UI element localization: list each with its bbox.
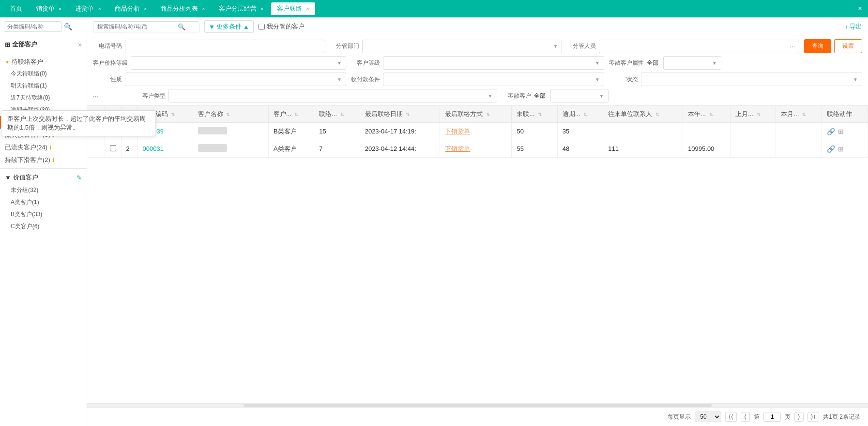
category-sort-icon: ⇅	[294, 112, 298, 117]
manager-dots-icon: ···	[790, 43, 795, 50]
row-last-method[interactable]: 下销货单	[440, 123, 512, 140]
sidebar-item-declining[interactable]: 持续下滑客户(2) ℹ	[0, 154, 87, 166]
row-last-date: 2023-04-12 14:44:	[360, 140, 440, 158]
sidebar-item-ungroup[interactable]: 未分组(32)	[0, 184, 87, 196]
sidebar-item-class-c[interactable]: C类客户(6)	[0, 220, 87, 233]
action-link-icon[interactable]: 🔗	[827, 145, 835, 153]
tab-sales-close[interactable]: ×	[59, 6, 61, 12]
row-category: B类客户	[268, 123, 314, 140]
nature-select[interactable]: ▼	[125, 73, 346, 86]
page-label: 第	[754, 413, 760, 421]
tab-analysis-list[interactable]: 商品分析列表 ×	[154, 2, 211, 15]
sidebar-group-value[interactable]: ▼ 价值客户 ✎	[0, 171, 87, 184]
row-checkbox-cell[interactable]	[105, 140, 121, 158]
tab-customer-contact[interactable]: 客户联络 ×	[271, 2, 315, 15]
row-uncontacted: 55	[512, 140, 557, 158]
col-last-month[interactable]: 上月... ⇅	[731, 106, 776, 123]
sidebar-item-tomorrow[interactable]: 明天待联络(1)	[0, 80, 87, 92]
close-all-button[interactable]: ×	[858, 4, 862, 13]
nature-label: 性质	[93, 75, 122, 84]
search-input[interactable]	[97, 23, 175, 30]
horizontal-scrollbar[interactable]	[87, 403, 868, 407]
export-button[interactable]: ↑ 导出	[845, 22, 863, 31]
my-customers-checkbox-area[interactable]: 我分管的客户	[259, 22, 305, 31]
tab-customer-segment[interactable]: 客户分层经营 ×	[213, 2, 269, 15]
tab-purchase-close[interactable]: ×	[98, 6, 101, 12]
tab-purchase[interactable]: 进货单 ×	[69, 2, 107, 15]
col-contact[interactable]: 联络... ⇅	[314, 106, 360, 123]
search-icon[interactable]: 🔍	[178, 23, 185, 30]
dept-select[interactable]: ▼	[362, 40, 563, 53]
tab-analysis[interactable]: 商品分析 ×	[109, 2, 152, 15]
per-page-select[interactable]: 50 20 100	[695, 411, 721, 422]
payment-select[interactable]: ▼	[383, 73, 604, 86]
row-overdue: 35	[557, 123, 603, 140]
pagination: 每页显示 50 20 100 ⟨⟨ ⟨ 第 页 ⟩ ⟩⟩ 共1页 2条记录	[87, 407, 868, 426]
customer-level-select[interactable]: ▼	[383, 56, 604, 70]
row-last-date: 2023-04-17 14:19:	[360, 123, 440, 140]
page-number-input[interactable]	[763, 412, 781, 422]
sidebar-item-class-a[interactable]: A类客户(1)	[0, 196, 87, 208]
col-overdue[interactable]: 逾期... ⇅	[557, 106, 603, 123]
tab-customer-segment-close[interactable]: ×	[260, 6, 263, 12]
col-uncontacted[interactable]: 未联... ⇅	[512, 106, 557, 123]
col-this-year[interactable]: 本年... ⇅	[683, 106, 731, 123]
price-level-select[interactable]: ▼	[131, 56, 346, 70]
status-label: 状态	[609, 75, 638, 84]
tab-analysis-list-close[interactable]: ×	[202, 6, 205, 12]
action-grid-icon[interactable]: ⊞	[838, 128, 844, 135]
filter-manager: 分管人员 ···	[567, 40, 799, 53]
retail-customer-select[interactable]: ▼	[550, 89, 609, 103]
row-name	[193, 140, 268, 158]
customer-type-select[interactable]: ▼	[168, 89, 497, 103]
sidebar-item-class-b[interactable]: B类客户(33)	[0, 208, 87, 220]
col-last-method[interactable]: 最后联络方式 ⇅	[440, 106, 512, 123]
tab-customer-contact-label: 客户联络	[277, 4, 302, 13]
retail-customer-value: 全部	[534, 92, 546, 100]
more-conditions-button[interactable]: ▼ 更多条件 ▲	[204, 20, 254, 33]
col-name[interactable]: 客户名称 ⇅	[193, 106, 268, 123]
table-wrapper[interactable]: ⚙ 序 客户编码 ⇅ 客户名称 ⇅ 客户... ⇅ 联络... ⇅ 最后联络日期…	[87, 106, 868, 403]
col-unit-contacts[interactable]: 往来单位联系人 ⇅	[603, 106, 683, 123]
row-last-method[interactable]: 下销货单	[440, 140, 512, 158]
first-page-button[interactable]: ⟨⟨	[725, 412, 737, 422]
sidebar-item-churned[interactable]: 已流失客户(24) ℹ	[0, 141, 87, 154]
action-grid-icon[interactable]: ⊞	[838, 145, 844, 153]
year-sort-icon: ⇅	[709, 112, 713, 117]
row-code[interactable]: 000031	[137, 140, 193, 158]
col-category[interactable]: 客户... ⇅	[268, 106, 314, 123]
tab-home[interactable]: 首页	[4, 2, 28, 15]
tab-analysis-close[interactable]: ×	[144, 6, 147, 12]
sidebar-item-today[interactable]: 今天待联络(0)	[0, 68, 87, 80]
next-page-button[interactable]: ⟩	[794, 412, 804, 422]
action-link-icon[interactable]: 🔗	[827, 128, 835, 135]
last-page-button[interactable]: ⟩⟩	[807, 412, 819, 422]
tab-sales[interactable]: 销货单 ×	[30, 2, 67, 15]
payment-label: 收付款条件	[351, 75, 380, 84]
sidebar-item-7days[interactable]: 近7天待联络(0)	[0, 92, 87, 104]
value-group-edit-icon[interactable]: ✎	[76, 174, 82, 181]
last-method-link[interactable]: 下销货单	[445, 128, 470, 135]
col-this-month[interactable]: 本月... ⇅	[776, 106, 822, 123]
my-customers-checkbox[interactable]	[259, 24, 265, 30]
filter-row-4: ··· 客户类型 ▼ 零散客户 全部 ▼	[93, 89, 862, 103]
row-checkbox[interactable]	[110, 145, 116, 151]
retail-attr-select[interactable]: ▼	[663, 56, 721, 70]
sidebar-search-input[interactable]	[4, 21, 62, 32]
query-button[interactable]: 查询	[804, 39, 831, 53]
sidebar-collapse-button[interactable]: »	[78, 41, 82, 48]
last-method-link[interactable]: 下销货单	[445, 145, 470, 152]
sidebar-search-icon[interactable]: 🔍	[64, 23, 72, 30]
more-dots-button[interactable]: ···	[93, 92, 98, 100]
sidebar-tree: ▼ 待联络客户 今天待联络(0) 明天待联络(1) 近7天待联络(0) 逾期未联…	[0, 53, 87, 426]
phone-input[interactable]	[125, 40, 325, 53]
filter-retail-attr: 零散客户属性 全部 ▼	[609, 56, 862, 70]
status-select[interactable]: ▼	[641, 73, 862, 86]
col-last-date[interactable]: 最后联络日期 ⇅	[360, 106, 440, 123]
manager-select[interactable]: ···	[599, 40, 799, 53]
setting-button[interactable]: 设置	[834, 39, 862, 53]
prev-page-button[interactable]: ⟨	[741, 412, 750, 422]
tab-customer-contact-close[interactable]: ×	[306, 6, 309, 12]
sidebar-group-waiting[interactable]: ▼ 待联络客户	[0, 55, 87, 68]
row-this-month	[776, 123, 822, 140]
